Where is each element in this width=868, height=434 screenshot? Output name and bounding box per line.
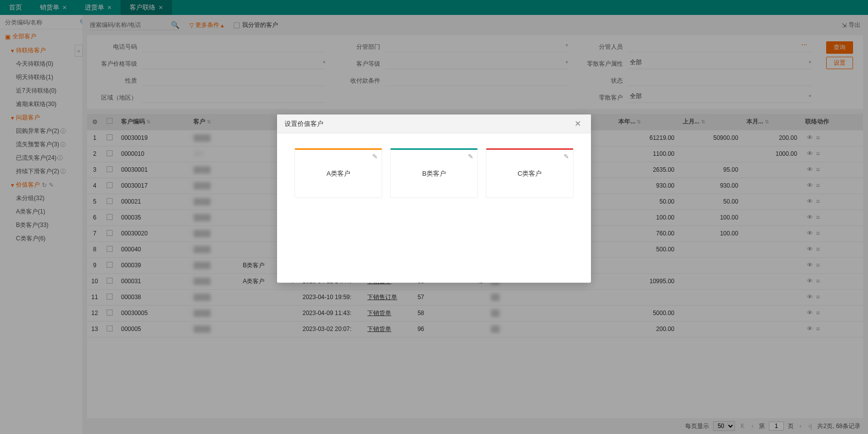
edit-icon[interactable]: ✎: [468, 153, 473, 160]
card-label: A类客户: [326, 169, 350, 178]
close-icon[interactable]: ✕: [572, 119, 583, 128]
edit-icon[interactable]: ✎: [372, 153, 378, 160]
value-customer-modal: 设置价值客户 ✕ ✎ A类客户 ✎ B类客户 ✎ C类客户: [277, 114, 591, 283]
value-card-b[interactable]: ✎ B类客户: [390, 148, 478, 198]
value-card-a[interactable]: ✎ A类客户: [294, 148, 382, 198]
card-label: C类客户: [518, 169, 542, 178]
edit-icon[interactable]: ✎: [564, 153, 569, 160]
value-card-c[interactable]: ✎ C类客户: [486, 148, 574, 198]
modal-title: 设置价值客户: [285, 119, 323, 128]
card-label: B类客户: [422, 169, 446, 178]
